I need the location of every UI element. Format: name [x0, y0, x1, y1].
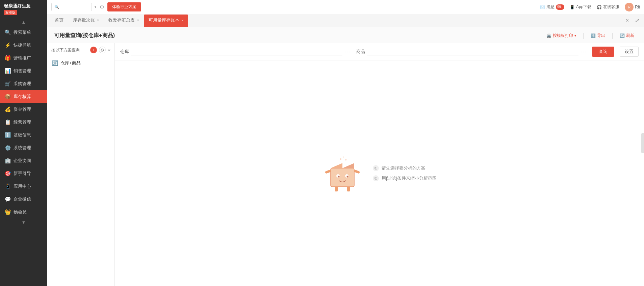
- sidebar-logo: 畅康通好生意 标准版: [0, 0, 47, 18]
- sidebar-item-inventory[interactable]: 📦 库存核算: [0, 90, 47, 103]
- tab-home[interactable]: 首页: [50, 15, 68, 27]
- warehouse-input[interactable]: [131, 48, 342, 55]
- tab-batch-ledger-close[interactable]: ×: [97, 18, 99, 22]
- product-dots-btn[interactable]: ···: [581, 48, 587, 55]
- sidebar-item-search[interactable]: 🔍 搜索菜单: [0, 26, 47, 39]
- product-field: 商品 ···: [356, 48, 587, 55]
- sidebar-item-basic-info[interactable]: ℹ️ 基础信息: [0, 129, 47, 141]
- sidebar-item-system[interactable]: ⚙️ 系统管理: [0, 141, 47, 154]
- export-icon: ⬆️: [591, 33, 596, 38]
- sidebar-item-label: 企业协同: [14, 158, 31, 164]
- tab-receive-summary-close[interactable]: ×: [137, 18, 139, 22]
- sidebar-item-marketing[interactable]: 🎁 营销推广: [0, 52, 47, 64]
- topbar-right: ✉️ 消息 99+ 📱 App下载 🎧 在线客服 R Rit: [540, 3, 640, 11]
- tab-close-btn[interactable]: ×: [624, 17, 631, 24]
- sidebar-item-purchase[interactable]: 🛒 采购管理: [0, 77, 47, 90]
- empty-illustration: [322, 153, 363, 193]
- right-content: 仓库 ··· 商品 ··· 查询 设置: [115, 43, 644, 286]
- sidebar-item-label: 系统管理: [14, 145, 31, 151]
- svg-point-12: [340, 158, 341, 160]
- filter-item-label: 仓库+商品: [60, 60, 81, 66]
- warehouse-label: 仓库: [120, 49, 129, 55]
- notification-btn[interactable]: ✉️ 消息 99+: [540, 4, 564, 10]
- search-placeholder: [60, 4, 81, 10]
- divider2: [612, 33, 613, 39]
- topbar-gear-icon[interactable]: ⚙: [99, 3, 105, 11]
- warehouse-field: 仓库 ···: [120, 48, 351, 55]
- version-badge: 标准版: [4, 10, 17, 15]
- search-icon: 🔍: [5, 29, 11, 35]
- purchase-icon: 🛒: [5, 81, 11, 87]
- query-bar: 仓库 ··· 商品 ··· 查询 设置: [115, 43, 644, 60]
- sidebar-item-member[interactable]: 👑 畅会员: [0, 206, 47, 218]
- finance-icon: 💰: [5, 106, 11, 112]
- filter-item-warehouse-product[interactable]: 🔄 仓库+商品: [47, 57, 114, 69]
- scroll-up-btn[interactable]: ▲: [0, 18, 47, 26]
- print-dropdown-icon: ▾: [574, 34, 576, 37]
- sidebar-item-label: 经营管理: [14, 119, 31, 125]
- product-label: 商品: [356, 49, 365, 55]
- sidebar-item-label: 畅会员: [14, 209, 27, 215]
- right-scroll-handle[interactable]: [641, 133, 644, 153]
- filter-collapse-btn[interactable]: «: [108, 47, 110, 53]
- empty-hints: ① 请先选择要分析的方案 ② 用[过滤]条件来缩小分析范围: [373, 165, 437, 181]
- sidebar-item-wechat[interactable]: 💬 企业微信: [0, 193, 47, 206]
- tab-available-ledger-close[interactable]: ×: [181, 18, 183, 22]
- tab-batch-ledger[interactable]: 库存批次账 ×: [68, 15, 104, 27]
- app-download-label: App下载: [576, 4, 591, 10]
- refresh-btn[interactable]: 🔄 刷新: [617, 31, 637, 40]
- sidebar-item-enterprise[interactable]: 🏢 企业协同: [0, 154, 47, 167]
- app-center-icon: 📱: [5, 183, 11, 189]
- sidebar-item-label: 企业微信: [14, 196, 31, 202]
- divider: [583, 33, 584, 39]
- main-area: 🔍 ▾ ⚙ 体验行业方案 ✉️ 消息 99+ 📱 App下载 🎧 在线客服 R: [47, 0, 644, 286]
- svg-rect-11: [354, 170, 360, 174]
- refresh-icon: 🔄: [620, 33, 625, 38]
- inventory-icon: 📦: [5, 94, 11, 100]
- quick-nav-icon: ⚡: [5, 42, 11, 48]
- app-download-btn[interactable]: 📱 App下载: [570, 4, 591, 10]
- sidebar-item-onboarding[interactable]: 🎯 新手引导: [0, 167, 47, 180]
- sidebar-item-label: 采购管理: [14, 81, 31, 87]
- tab-receive-summary-label: 收发存汇总表: [108, 17, 135, 23]
- export-label: 导出: [597, 33, 605, 38]
- filter-settings-btn[interactable]: ⚙: [99, 47, 106, 53]
- topbar-dropdown-arrow[interactable]: ▾: [95, 5, 96, 9]
- svg-rect-9: [347, 187, 350, 191]
- filter-panel-actions: + ⚙ «: [90, 47, 110, 53]
- sidebar-item-sales[interactable]: 📊 销售管理: [0, 64, 47, 77]
- hint-1: ① 请先选择要分析的方案: [373, 165, 437, 171]
- sidebar-item-quick-nav[interactable]: ⚡ 快捷导航: [0, 39, 47, 52]
- page-title: 可用量查询(按仓库+商品): [54, 32, 115, 39]
- svg-rect-10: [325, 170, 331, 174]
- sidebar-item-label: 快捷导航: [14, 42, 31, 48]
- filter-add-btn[interactable]: +: [90, 47, 97, 53]
- sidebar-item-label: 搜索菜单: [14, 29, 31, 35]
- sidebar-item-operations[interactable]: 📋 经营管理: [0, 116, 47, 129]
- svg-rect-8: [335, 187, 338, 191]
- basic-info-icon: ℹ️: [5, 132, 11, 138]
- user-avatar-area[interactable]: R Rit: [625, 3, 640, 11]
- print-template-btn[interactable]: 🖨️ 按模板打印 ▾: [543, 31, 579, 40]
- notification-badge: 99+: [556, 4, 564, 10]
- settings-button[interactable]: 设置: [620, 47, 639, 57]
- sidebar-item-app-center[interactable]: 📱 应用中心: [0, 180, 47, 193]
- topbar-search-box[interactable]: 🔍: [51, 3, 92, 11]
- tab-available-ledger[interactable]: 可用量库存账本 ×: [144, 15, 188, 27]
- operations-icon: 📋: [5, 119, 11, 125]
- member-icon: 👑: [5, 209, 11, 215]
- online-service-btn[interactable]: 🎧 在线客服: [597, 4, 619, 10]
- experience-industry-button[interactable]: 体验行业方案: [107, 2, 141, 11]
- product-input[interactable]: [367, 48, 578, 55]
- tabs-bar: 首页 库存批次账 × 收发存汇总表 × 可用量库存账本 × × ⤢: [47, 14, 644, 27]
- scroll-down-btn[interactable]: ▼: [0, 218, 47, 226]
- warehouse-dots-btn[interactable]: ···: [344, 48, 351, 55]
- tab-expand-btn[interactable]: ⤢: [633, 17, 641, 24]
- svg-point-13: [343, 157, 344, 158]
- query-button[interactable]: 查询: [592, 47, 614, 57]
- tab-receive-summary[interactable]: 收发存汇总表 ×: [104, 15, 144, 27]
- svg-point-6: [338, 176, 339, 178]
- filter-panel-title: 按以下方案查询: [51, 47, 80, 53]
- export-btn[interactable]: ⬆️ 导出: [588, 31, 608, 40]
- sidebar-item-finance[interactable]: 💰 资金管理: [0, 103, 47, 116]
